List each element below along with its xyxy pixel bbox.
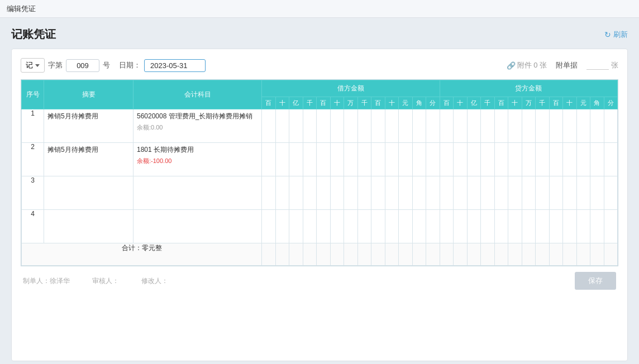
debit-digit-1-8[interactable]	[357, 109, 371, 143]
credit-digit-1-6[interactable]	[508, 109, 522, 143]
debit-digit-4-12[interactable]	[412, 210, 426, 243]
credit-digit-3-10[interactable]	[563, 176, 577, 210]
credit-digit-3-6[interactable]	[508, 176, 522, 210]
credit-digit-1-5[interactable]	[494, 109, 508, 143]
date-input[interactable]	[144, 59, 206, 72]
credit-digit-2-7[interactable]	[522, 143, 536, 176]
summary-cell-3[interactable]	[44, 176, 133, 210]
credit-digit-1-3[interactable]	[467, 109, 481, 143]
credit-digit-1-7[interactable]	[522, 109, 536, 143]
debit-digit-1-10[interactable]	[385, 109, 399, 143]
debit-digit-4-7[interactable]	[344, 210, 358, 243]
debit-digit-3-1[interactable]	[262, 176, 276, 210]
debit-digit-2-2[interactable]	[275, 143, 289, 176]
credit-digit-4-10[interactable]	[563, 210, 577, 243]
credit-digit-2-6[interactable]	[508, 143, 522, 176]
debit-digit-3-13[interactable]	[426, 176, 440, 210]
credit-digit-1-1[interactable]	[440, 109, 454, 143]
credit-digit-3-9[interactable]	[549, 176, 563, 210]
credit-digit-4-11[interactable]	[576, 210, 590, 243]
account-cell-3[interactable]	[133, 176, 262, 210]
credit-digit-3-5[interactable]	[494, 176, 508, 210]
debit-digit-2-12[interactable]	[412, 143, 426, 176]
refresh-button[interactable]: ↻ 刷新	[604, 30, 628, 40]
credit-digit-3-11[interactable]	[576, 176, 590, 210]
debit-digit-3-9[interactable]	[371, 176, 385, 210]
debit-digit-2-5[interactable]	[317, 143, 331, 176]
credit-digit-2-5[interactable]	[494, 143, 508, 176]
credit-digit-4-1[interactable]	[440, 210, 454, 243]
debit-digit-4-1[interactable]	[262, 210, 276, 243]
debit-digit-2-9[interactable]	[371, 143, 385, 176]
credit-digit-4-4[interactable]	[481, 210, 495, 243]
debit-digit-2-13[interactable]	[426, 143, 440, 176]
debit-digit-4-13[interactable]	[426, 210, 440, 243]
debit-digit-3-8[interactable]	[357, 176, 371, 210]
credit-digit-3-2[interactable]	[454, 176, 468, 210]
debit-digit-4-8[interactable]	[357, 210, 371, 243]
zhang-input[interactable]	[586, 61, 609, 70]
debit-digit-4-5[interactable]	[317, 210, 331, 243]
credit-digit-1-8[interactable]	[536, 109, 550, 143]
credit-digit-2-13[interactable]	[604, 143, 618, 176]
debit-digit-1-13[interactable]	[426, 109, 440, 143]
debit-digit-2-10[interactable]	[385, 143, 399, 176]
debit-digit-3-5[interactable]	[317, 176, 331, 210]
debit-digit-3-2[interactable]	[275, 176, 289, 210]
debit-digit-4-9[interactable]	[371, 210, 385, 243]
voucher-no-input[interactable]	[66, 59, 99, 72]
debit-digit-4-2[interactable]	[275, 210, 289, 243]
summary-cell-1[interactable]: 摊销5月待摊费用	[44, 109, 133, 143]
debit-digit-2-8[interactable]	[357, 143, 371, 176]
debit-digit-2-1[interactable]	[262, 143, 276, 176]
credit-digit-2-4[interactable]	[481, 143, 495, 176]
credit-digit-2-9[interactable]	[549, 143, 563, 176]
debit-digit-3-7[interactable]	[344, 176, 358, 210]
save-button[interactable]: 保存	[575, 272, 616, 290]
account-cell-4[interactable]	[133, 210, 262, 243]
credit-digit-4-2[interactable]	[454, 210, 468, 243]
debit-digit-4-10[interactable]	[385, 210, 399, 243]
debit-digit-1-9[interactable]	[371, 109, 385, 143]
credit-digit-1-9[interactable]	[549, 109, 563, 143]
debit-digit-2-7[interactable]	[344, 143, 358, 176]
credit-digit-3-1[interactable]	[440, 176, 454, 210]
credit-digit-1-10[interactable]	[563, 109, 577, 143]
credit-digit-3-8[interactable]	[536, 176, 550, 210]
credit-digit-2-12[interactable]	[590, 143, 604, 176]
debit-digit-3-6[interactable]	[330, 176, 344, 210]
debit-digit-1-7[interactable]	[344, 109, 358, 143]
credit-digit-3-12[interactable]	[590, 176, 604, 210]
account-cell-2[interactable]: 1801 长期待摊费用余额:-100.00	[133, 143, 262, 176]
credit-digit-3-3[interactable]	[467, 176, 481, 210]
credit-digit-1-4[interactable]	[481, 109, 495, 143]
debit-digit-3-12[interactable]	[412, 176, 426, 210]
debit-digit-1-2[interactable]	[275, 109, 289, 143]
credit-digit-3-4[interactable]	[481, 176, 495, 210]
credit-digit-1-11[interactable]	[576, 109, 590, 143]
debit-digit-1-1[interactable]	[262, 109, 276, 143]
debit-digit-1-5[interactable]	[317, 109, 331, 143]
debit-digit-1-4[interactable]	[303, 109, 317, 143]
debit-digit-2-6[interactable]	[330, 143, 344, 176]
debit-digit-4-11[interactable]	[399, 210, 413, 243]
credit-digit-4-3[interactable]	[467, 210, 481, 243]
debit-digit-2-11[interactable]	[399, 143, 413, 176]
summary-cell-4[interactable]	[44, 210, 133, 243]
debit-digit-2-3[interactable]	[289, 143, 303, 176]
summary-cell-2[interactable]: 摊销5月待摊费用	[44, 143, 133, 176]
debit-digit-3-4[interactable]	[303, 176, 317, 210]
debit-digit-1-12[interactable]	[412, 109, 426, 143]
credit-digit-3-7[interactable]	[522, 176, 536, 210]
debit-digit-3-11[interactable]	[399, 176, 413, 210]
debit-digit-1-3[interactable]	[289, 109, 303, 143]
credit-digit-2-10[interactable]	[563, 143, 577, 176]
debit-digit-1-6[interactable]	[330, 109, 344, 143]
credit-digit-4-9[interactable]	[549, 210, 563, 243]
debit-digit-3-3[interactable]	[289, 176, 303, 210]
debit-digit-1-11[interactable]	[399, 109, 413, 143]
credit-digit-4-6[interactable]	[508, 210, 522, 243]
credit-digit-2-2[interactable]	[454, 143, 468, 176]
debit-digit-4-6[interactable]	[330, 210, 344, 243]
credit-digit-1-12[interactable]	[590, 109, 604, 143]
